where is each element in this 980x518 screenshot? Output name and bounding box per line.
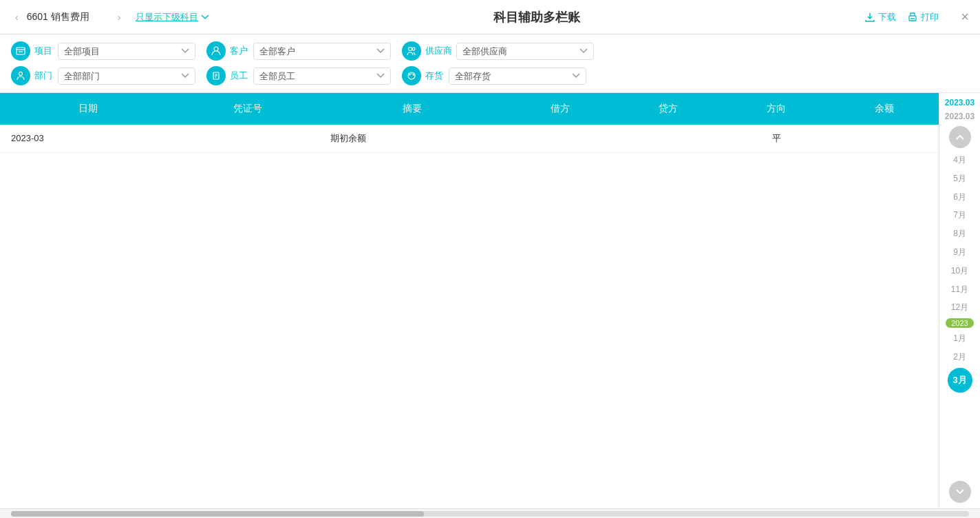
col-debit: 借方 <box>506 93 614 125</box>
main-content: 日期 凭证号 摘要 借方 贷方 方向 余额 2023-03 期初余额 <box>0 93 980 508</box>
svg-point-6 <box>19 72 23 76</box>
month-item-4[interactable]: 4月 <box>939 151 980 169</box>
period-header-normal[interactable]: 2023.03 <box>939 110 980 123</box>
filter-project: 项目 全部项目 <box>11 41 195 61</box>
cell-summary: 期初余额 <box>319 125 507 152</box>
month-item-6[interactable]: 6月 <box>939 188 980 207</box>
inventory-label: 存货 <box>425 70 445 82</box>
customer-icon <box>206 41 226 61</box>
nav-prev-button[interactable]: ‹ <box>11 10 23 24</box>
month-item-12[interactable]: 12月 <box>939 298 980 317</box>
cell-balance <box>831 125 939 152</box>
project-select[interactable]: 全部项目 <box>58 43 195 60</box>
customer-label: 客户 <box>230 45 249 57</box>
col-credit: 贷方 <box>614 93 722 125</box>
col-summary: 摘要 <box>319 93 507 125</box>
page-title: 科目辅助多栏账 <box>209 9 864 25</box>
col-voucher: 凭证号 <box>176 93 319 125</box>
supplier-icon <box>402 41 421 61</box>
supplier-select[interactable]: 全部供应商 <box>456 43 594 60</box>
svg-point-4 <box>409 48 412 51</box>
filter-department: 部门 全部部门 <box>11 66 195 85</box>
filter-inventory: 存货 全部存货 <box>402 66 586 85</box>
month-item-8[interactable]: 8月 <box>939 225 980 243</box>
cell-credit <box>614 125 722 152</box>
top-bar: ‹ 6601 销售费用 › 只显示下级科目 科目辅助多栏账 下载 打印 × <box>0 0 980 34</box>
show-sublevel-dropdown[interactable]: 只显示下级科目 <box>136 11 209 23</box>
print-button[interactable]: 打印 <box>907 11 939 23</box>
print-label: 打印 <box>921 11 939 23</box>
down-arrow-icon <box>956 489 964 495</box>
year-tag-2023[interactable]: 2023 <box>946 318 973 328</box>
month-item-10[interactable]: 10月 <box>939 262 980 280</box>
month-item-5[interactable]: 5月 <box>939 169 980 188</box>
department-label: 部门 <box>34 70 54 82</box>
table-header-row: 日期 凭证号 摘要 借方 贷方 方向 余额 <box>0 93 939 125</box>
employee-select[interactable]: 全部员工 <box>253 68 391 85</box>
show-sublevel-label: 只显示下级科目 <box>136 11 198 23</box>
department-icon <box>11 66 30 85</box>
print-icon <box>907 12 918 23</box>
month-item-1[interactable]: 1月 <box>939 329 980 348</box>
col-balance: 余额 <box>831 93 939 125</box>
filter-area: 项目 全部项目 客户 全部客户 供应商 <box>0 34 980 93</box>
employee-icon <box>206 66 226 85</box>
download-label: 下载 <box>878 11 896 23</box>
nav-next-button[interactable]: › <box>114 10 125 24</box>
data-table: 日期 凭证号 摘要 借方 贷方 方向 余额 2023-03 期初余额 <box>0 93 939 153</box>
scrollbar-track <box>11 511 969 517</box>
month-item-9[interactable]: 9月 <box>939 243 980 262</box>
horizontal-scrollbar[interactable] <box>0 508 980 518</box>
supplier-label: 供应商 <box>425 45 452 57</box>
up-arrow-icon <box>956 134 964 140</box>
inventory-icon <box>402 66 421 85</box>
employee-label: 员工 <box>230 70 249 82</box>
filter-row-2: 部门 全部部门 员工 全部员工 存货 <box>11 66 969 85</box>
table-area: 日期 凭证号 摘要 借方 贷方 方向 余额 2023-03 期初余额 <box>0 93 939 508</box>
account-label: 6601 销售费用 <box>27 11 109 23</box>
svg-point-5 <box>412 48 415 50</box>
panel-scroll-content: 4月 5月 6月 7月 8月 9月 10月 11月 12月 2023 1月 2月… <box>939 151 980 478</box>
toolbar-right: 下载 打印 × <box>864 9 969 25</box>
inventory-select[interactable]: 全部存货 <box>449 68 586 85</box>
filter-employee: 员工 全部员工 <box>206 66 391 85</box>
main-window: ‹ 6601 销售费用 › 只显示下级科目 科目辅助多栏账 下载 打印 × <box>0 0 980 518</box>
chevron-down-icon <box>201 14 209 20</box>
svg-rect-1 <box>17 48 25 54</box>
filter-customer: 客户 全部客户 <box>206 41 391 61</box>
period-header-teal[interactable]: 2023.03 <box>939 96 980 110</box>
close-button[interactable]: × <box>961 9 969 25</box>
customer-select[interactable]: 全部客户 <box>253 43 391 60</box>
col-direction: 方向 <box>723 93 831 125</box>
panel-up-button[interactable] <box>949 126 971 148</box>
col-date: 日期 <box>0 93 176 125</box>
filter-row-1: 项目 全部项目 客户 全部客户 供应商 <box>11 41 969 61</box>
month-item-7[interactable]: 7月 <box>939 206 980 225</box>
right-panel: 2023.03 2023.03 4月 5月 6月 7月 8月 9月 10月 11… <box>939 93 980 508</box>
department-select[interactable]: 全部部门 <box>58 68 195 85</box>
table-row: 2023-03 期初余额 平 <box>0 125 939 152</box>
cell-direction: 平 <box>723 125 831 152</box>
scrollbar-thumb[interactable] <box>11 511 424 517</box>
filter-supplier: 供应商 全部供应商 <box>402 41 594 61</box>
project-icon <box>11 41 30 61</box>
download-icon <box>864 12 875 23</box>
project-label: 项目 <box>34 45 54 57</box>
panel-down-button[interactable] <box>949 481 971 503</box>
month-item-3-active[interactable]: 3月 <box>948 368 972 393</box>
download-button[interactable]: 下载 <box>864 11 896 23</box>
cell-debit <box>506 125 614 152</box>
month-item-2[interactable]: 2月 <box>939 348 980 366</box>
month-item-11[interactable]: 11月 <box>939 280 980 299</box>
cell-voucher <box>176 125 319 152</box>
cell-date: 2023-03 <box>0 125 176 152</box>
